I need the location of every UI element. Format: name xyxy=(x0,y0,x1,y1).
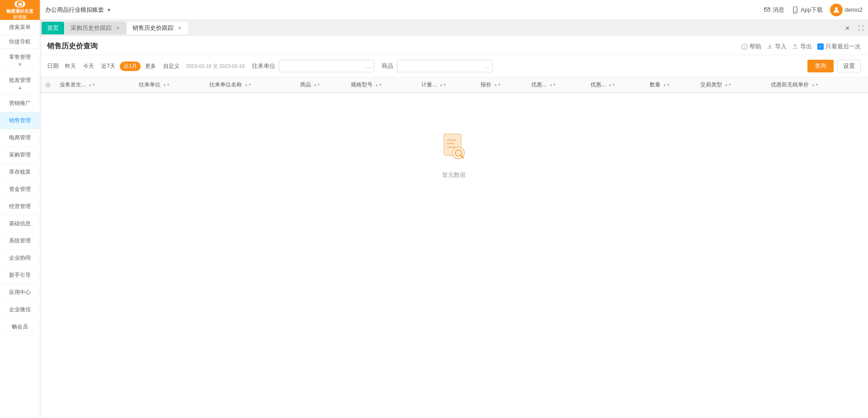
retail-arrow-icon: ▼ xyxy=(18,62,22,67)
logo-icon: 畅 xyxy=(14,0,25,8)
sort-biz-date-icon: ▲▼ xyxy=(88,83,95,87)
topbar-right: 消息 App下载 demo2 xyxy=(764,4,863,16)
only-last-checkbox[interactable]: ✓ 只看最后一次 xyxy=(817,43,861,51)
goods-dots-btn[interactable]: ... xyxy=(481,62,492,70)
message-btn[interactable]: 消息 xyxy=(764,6,784,14)
tab-purchase-close-icon[interactable]: ✕ xyxy=(114,25,121,31)
import-btn[interactable]: 导入 xyxy=(767,43,787,51)
sidebar-item-ecom-mgmt[interactable]: 电商管理 xyxy=(0,129,40,147)
empty-text: 暂元数据 xyxy=(442,171,466,179)
topbar: 办公用品行业模拟账套 ▾ 消息 App下载 xyxy=(40,0,868,20)
svg-point-16 xyxy=(459,152,460,152)
sidebar-logo: 畅 畅捷通好生意 标准版 xyxy=(0,0,40,20)
sidebar-item-vip[interactable]: 畅会员 xyxy=(0,318,40,336)
counterpart-input[interactable] xyxy=(279,63,363,70)
sidebar-item-inventory[interactable]: 库存核算 xyxy=(0,164,40,181)
sort-unit-icon: ▲▼ xyxy=(439,83,447,87)
sort-counterpart-code-icon: ▲▼ xyxy=(163,83,170,87)
date-btn-yesterday[interactable]: 昨天 xyxy=(62,62,79,71)
th-discount1[interactable]: 优惠... ▲▼ xyxy=(528,77,587,93)
sidebar-item-basic-info[interactable]: 基础信息 xyxy=(0,215,40,233)
table-wrap[interactable]: ⚙ 业务发生... ▲▼ 往来单位 ▲▼ 往来单位名称 ▲▼ xyxy=(40,77,868,418)
sort-pretax-price-icon: ▲▼ xyxy=(811,83,819,87)
th-quote[interactable]: 报价 ▲▼ xyxy=(477,77,528,93)
help-icon: ? xyxy=(741,43,748,50)
user-btn[interactable]: demo2 xyxy=(830,4,863,16)
setting-button[interactable]: 设置 xyxy=(837,60,861,72)
export-btn[interactable]: 导出 xyxy=(792,43,812,51)
counterpart-dots-btn[interactable]: ... xyxy=(363,62,374,70)
sidebar-item-marketing[interactable]: 营销推广 xyxy=(0,95,40,112)
counterpart-input-wrap: ... xyxy=(279,60,374,72)
sidebar-quick-nav[interactable]: 快捷导航 xyxy=(0,35,40,49)
data-table: ⚙ 业务发生... ▲▼ 往来单位 ▲▼ 往来单位名称 ▲▼ xyxy=(40,77,868,93)
date-btn-1month[interactable]: 近1月 xyxy=(120,62,141,71)
empty-state: 暂元数据 xyxy=(40,93,868,215)
sidebar-item-new-guide[interactable]: 新手引导 xyxy=(0,267,40,284)
goods-input-wrap: ... xyxy=(397,60,492,72)
th-counterpart-code[interactable]: 往来单位 ▲▼ xyxy=(135,77,206,93)
th-biz-date[interactable]: 业务发生... ▲▼ xyxy=(56,77,135,93)
tab-expand-btn[interactable]: ⛶ xyxy=(855,23,866,33)
sort-qty-icon: ▲▼ xyxy=(663,83,670,87)
date-filter-label: 日期 xyxy=(47,62,59,70)
sidebar-item-enterprise[interactable]: 企业协同 xyxy=(0,250,40,267)
main-area: 办公用品行业模拟账套 ▾ 消息 App下载 xyxy=(40,0,868,418)
tab-home[interactable]: 首页 xyxy=(42,22,64,34)
svg-rect-10 xyxy=(447,143,455,144)
sidebar-item-finance-mgmt[interactable]: 资金管理 xyxy=(0,181,40,198)
help-btn[interactable]: ? 帮助 xyxy=(741,43,761,51)
table-header-row: ⚙ 业务发生... ▲▼ 往来单位 ▲▼ 往来单位名称 ▲▼ xyxy=(40,77,868,93)
date-btn-7days[interactable]: 近7天 xyxy=(99,62,118,71)
page-header: 销售历史价查询 ? 帮助 导入 xyxy=(40,36,868,55)
sidebar: 畅 畅捷通好生意 标准版 搜索菜单 快捷导航 零售管理 ▼ 批发管理 ▲ 营销推… xyxy=(0,0,40,418)
sidebar-item-purchase-mgmt[interactable]: 采购管理 xyxy=(0,147,40,164)
sidebar-item-retail-mgmt[interactable]: 零售管理 ▼ xyxy=(0,49,40,72)
sidebar-item-system-mgmt[interactable]: 系统管理 xyxy=(0,233,40,250)
app-download-btn[interactable]: App下载 xyxy=(792,6,823,14)
filter-bar: 日期 昨天 今天 近7天 近1月 更多 自定义 2023-02-18 至 202… xyxy=(40,55,868,77)
th-qty[interactable]: 数量 ▲▼ xyxy=(646,77,697,93)
date-btn-custom[interactable]: 自定义 xyxy=(160,62,182,71)
svg-point-15 xyxy=(457,152,458,152)
th-discount2[interactable]: 优惠... ▲▼ xyxy=(587,77,646,93)
sidebar-item-sales-mgmt[interactable]: 销售管理 xyxy=(0,112,40,129)
tab-sales-close-icon[interactable]: ✕ xyxy=(176,25,183,31)
svg-point-5 xyxy=(835,7,838,10)
svg-rect-11 xyxy=(447,147,456,148)
sort-discount1-icon: ▲▼ xyxy=(549,83,557,87)
sort-spec-icon: ▲▼ xyxy=(375,83,382,87)
th-counterpart-name[interactable]: 往来单位名称 ▲▼ xyxy=(206,77,296,93)
tab-close-all-btn[interactable]: ✕ xyxy=(842,23,853,33)
th-unit[interactable]: 计量... ▲▼ xyxy=(418,77,477,93)
sort-discount2-icon: ▲▼ xyxy=(608,83,615,87)
tabs-bar: 首页 采购历史价跟踪 ✕ 销售历史价跟踪 ✕ ✕ ⛶ xyxy=(40,20,868,36)
th-spec[interactable]: 规格型号 ▲▼ xyxy=(347,77,418,93)
tab-sales[interactable]: 销售历史价跟踪 ✕ xyxy=(127,22,188,34)
counterpart-filter-label: 往来单位 xyxy=(252,62,275,70)
sidebar-item-ops-mgmt[interactable]: 经营管理 xyxy=(0,198,40,215)
sidebar-item-wholesale-mgmt[interactable]: 批发管理 ▲ xyxy=(0,72,40,95)
th-pretax-price[interactable]: 优惠前无税单价 ▲▼ xyxy=(767,77,868,93)
goods-filter-label: 商品 xyxy=(382,62,393,70)
tab-purchase[interactable]: 采购历史价跟踪 ✕ xyxy=(65,22,126,34)
avatar-icon xyxy=(833,6,840,14)
sidebar-item-wechat[interactable]: 企业微信 xyxy=(0,301,40,318)
tabs-right-actions: ✕ ⛶ xyxy=(842,23,866,33)
sidebar-item-app-center[interactable]: 应用中心 xyxy=(0,284,40,301)
sidebar-search-menu[interactable]: 搜索菜单 xyxy=(0,20,40,35)
query-button[interactable]: 查询 xyxy=(807,60,834,72)
date-btn-more[interactable]: 更多 xyxy=(142,62,159,71)
topbar-left: 办公用品行业模拟账套 ▾ xyxy=(45,6,110,14)
svg-rect-9 xyxy=(447,139,457,141)
th-trade-type[interactable]: 交易类型 ▲▼ xyxy=(697,77,767,93)
date-btn-today[interactable]: 今天 xyxy=(80,62,97,71)
sort-goods-icon: ▲▼ xyxy=(313,83,321,87)
empty-icon xyxy=(436,129,472,166)
goods-input[interactable] xyxy=(397,63,481,70)
page-actions: ? 帮助 导入 导出 ✓ 只看 xyxy=(741,43,861,51)
th-goods[interactable]: 商品 ▲▼ xyxy=(297,77,347,93)
topbar-dropdown-icon[interactable]: ▾ xyxy=(108,7,110,13)
svg-point-4 xyxy=(795,11,796,12)
table-settings-icon[interactable]: ⚙ xyxy=(45,81,51,89)
